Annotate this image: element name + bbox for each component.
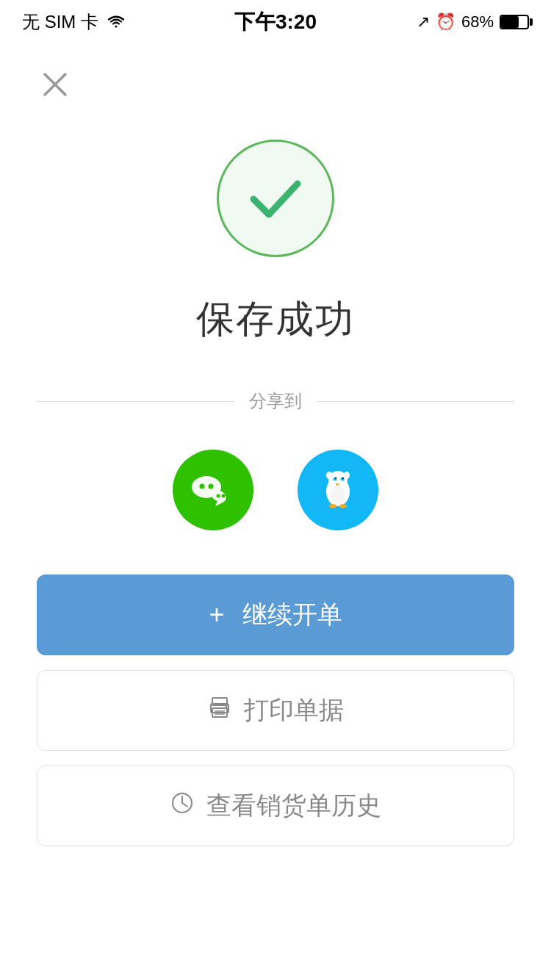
success-icon-circle: [217, 140, 334, 257]
svg-point-12: [340, 477, 344, 480]
action-buttons: + 继续开单 打印单据: [37, 574, 514, 846]
checkmark-icon: [242, 165, 309, 231]
share-section: 分享到: [37, 389, 514, 530]
wifi-icon: [106, 15, 126, 29]
battery-icon: [500, 15, 529, 29]
close-button[interactable]: [37, 66, 73, 103]
main-content: 保存成功 分享到: [0, 44, 551, 868]
plus-icon: +: [209, 599, 224, 630]
svg-point-13: [335, 478, 336, 479]
svg-point-15: [331, 486, 345, 503]
alarm-icon: ⏰: [436, 12, 455, 32]
location-icon: ↗: [417, 12, 430, 32]
svg-point-18: [326, 472, 332, 479]
svg-point-14: [342, 478, 344, 479]
wechat-icon: [190, 466, 237, 514]
svg-point-5: [216, 494, 220, 497]
svg-point-3: [199, 483, 204, 489]
svg-point-16: [329, 504, 336, 508]
status-bar: 无 SIM 卡 下午3:20 ↗ ⏰ 68%: [0, 0, 551, 44]
divider-left: [37, 401, 234, 402]
clock-icon: [170, 790, 195, 821]
continue-button[interactable]: + 继续开单: [37, 574, 514, 655]
share-qq-button[interactable]: [298, 450, 378, 530]
status-time: 下午3:20: [234, 8, 317, 36]
svg-point-19: [344, 472, 350, 479]
svg-point-11: [333, 477, 336, 480]
svg-point-25: [226, 706, 228, 708]
qq-icon: [314, 466, 362, 514]
success-title: 保存成功: [196, 294, 355, 345]
svg-point-6: [221, 494, 225, 497]
continue-label: 继续开单: [242, 598, 342, 632]
history-label: 查看销货单历史: [206, 789, 381, 823]
svg-point-17: [339, 504, 347, 508]
print-label: 打印单据: [244, 693, 344, 727]
status-carrier: 无 SIM 卡: [22, 10, 126, 34]
share-icons-row: [37, 450, 514, 530]
status-right: ↗ ⏰ 68%: [417, 12, 529, 32]
printer-icon: [207, 695, 232, 726]
share-wechat-button[interactable]: [173, 450, 253, 530]
share-label: 分享到: [249, 389, 302, 413]
svg-line-28: [182, 803, 187, 807]
history-button[interactable]: 查看销货单历史: [37, 765, 514, 846]
share-divider: 分享到: [37, 389, 514, 413]
close-button-container: [37, 66, 514, 103]
svg-point-4: [208, 483, 213, 489]
battery-percent: 68%: [461, 12, 494, 32]
print-button[interactable]: 打印单据: [37, 670, 514, 751]
divider-right: [317, 401, 514, 402]
